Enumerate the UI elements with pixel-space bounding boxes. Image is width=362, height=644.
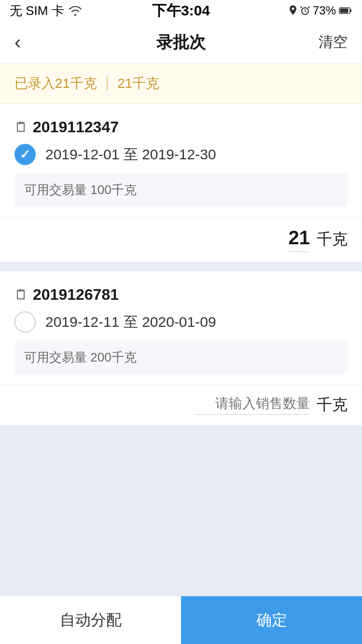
amount-unit-2: 千克 [317,394,348,416]
batch-header-2: 🗒 2019126781 [14,286,348,304]
batch-date-row-2[interactable]: 2019-12-11 至 2020-01-09 [14,311,348,333]
recorded-amount: 已录入21千克 [14,74,97,93]
sales-quantity-input[interactable] [194,396,310,411]
batch-id-2: 2019126781 [33,286,119,304]
no-sim-text: 无 SIM 卡 [10,2,64,19]
batch-item-2: 🗒 2019126781 2019-12-11 至 2020-01-09 可用交… [0,271,362,384]
svg-rect-2 [350,9,351,12]
amount-input-wrap-2[interactable] [194,396,310,415]
nav-bar: ‹ 录批次 清空 [0,21,362,64]
auto-distribute-button[interactable]: 自动分配 [0,596,181,644]
batch-availability-2: 可用交易量 200千克 [14,340,348,375]
batch-date-row-1[interactable]: ✓ 2019-12-01 至 2019-12-30 [14,144,348,165]
amount-row-2: 千克 [0,384,362,425]
page-title: 录批次 [156,31,206,54]
amount-unit-1: 千克 [317,229,348,250]
radio-unselected-2[interactable] [14,311,36,333]
location-icon [289,5,297,16]
batch-item-1: 🗒 2019112347 ✓ 2019-12-01 至 2019-12-30 可… [0,104,362,217]
confirm-button[interactable]: 确定 [181,596,362,644]
batch-doc-icon-1: 🗒 [14,119,28,135]
status-time: 下午3:04 [152,1,210,21]
radio-selected-1[interactable]: ✓ [14,144,36,165]
battery-percent: 73% [313,4,336,17]
batch-header-1: 🗒 2019112347 [14,118,348,136]
batch-availability-1: 可用交易量 100千克 [14,173,348,207]
status-right: 73% [289,4,352,17]
battery-icon [339,7,352,14]
batch-id-1: 2019112347 [33,118,119,136]
back-button[interactable]: ‹ [14,31,43,53]
amount-value-1: 21 [289,227,310,249]
batch-doc-icon-2: 🗒 [14,287,28,303]
info-banner: 已录入21千克 21千克 [0,64,362,104]
status-bar: 无 SIM 卡 下午3:04 73% [0,0,362,21]
status-left: 无 SIM 卡 [10,2,83,19]
check-mark-1: ✓ [20,147,30,162]
batch-date-2: 2019-12-11 至 2020-01-09 [45,312,216,332]
section-separator [0,262,362,271]
wifi-icon [68,5,83,16]
svg-rect-3 [340,9,348,13]
alarm-icon [300,5,310,16]
clear-button[interactable]: 清空 [319,32,348,52]
banner-divider [107,76,108,91]
amount-input-wrap-1[interactable]: 21 [289,227,310,252]
amount-row-1: 21 千克 [0,217,362,262]
total-amount: 21千克 [117,74,159,93]
batch-date-1: 2019-12-01 至 2019-12-30 [45,145,216,165]
bottom-bar: 自动分配 确定 [0,596,362,644]
